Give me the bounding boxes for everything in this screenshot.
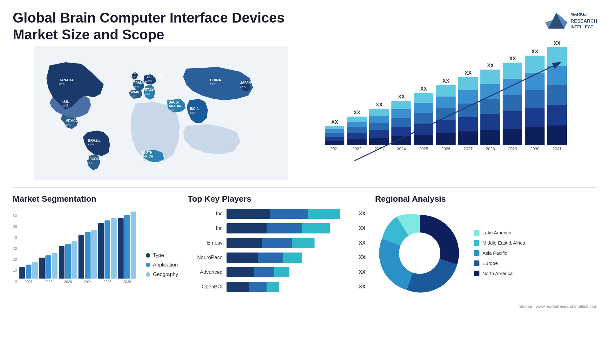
bar-chart-area: XX 2021 XX bbox=[322, 53, 591, 173]
player-name-4: Advanced bbox=[188, 269, 223, 275]
year-2024: 2024 bbox=[397, 146, 406, 151]
label-spain: SPAIN bbox=[130, 91, 139, 94]
year-2030: 2030 bbox=[530, 146, 539, 151]
bar-label-2031: XX bbox=[554, 41, 560, 46]
year-2023: 2023 bbox=[375, 146, 384, 151]
player-bar-2 bbox=[227, 238, 353, 248]
year-2025: 2025 bbox=[419, 146, 428, 151]
bar-2025: XX 2025 bbox=[414, 86, 433, 151]
label-canada: CANADA bbox=[58, 78, 74, 82]
label-mexico: MEXICO bbox=[65, 119, 78, 123]
segmentation-title: Market Segmentation bbox=[13, 194, 178, 204]
regional-panel: Regional Analysis Lat bbox=[375, 194, 597, 298]
legend-type: Type bbox=[146, 253, 178, 258]
seg-group-2023: 2023 bbox=[59, 209, 77, 284]
player-label-4: XX bbox=[359, 269, 365, 275]
legend-text-latin-america: Latin America bbox=[483, 230, 512, 235]
label-saudi-val: xx% bbox=[169, 109, 174, 112]
y-tick-50: 50 bbox=[13, 225, 17, 229]
label-germany-val: xx% bbox=[147, 79, 152, 83]
label-uk: U.K. bbox=[131, 71, 137, 75]
legend-europe: Europe bbox=[474, 260, 525, 266]
legend-north-america: North America bbox=[474, 271, 525, 276]
bar-label-2027: XX bbox=[465, 70, 471, 76]
bar-label-2028: XX bbox=[487, 63, 494, 69]
player-bars-list: Inc XX Inc bbox=[188, 209, 366, 292]
bar-label-2022: XX bbox=[354, 110, 360, 116]
growth-chart-container: XX 2021 XX bbox=[315, 46, 597, 181]
legend-dot-type bbox=[146, 253, 150, 258]
label-china-val: xx% bbox=[210, 82, 216, 86]
y-axis: 0 10 20 30 40 50 60 bbox=[13, 214, 17, 284]
divider-1 bbox=[13, 187, 597, 188]
bar-2028: XX 2028 bbox=[480, 63, 500, 151]
label-argentina-val: xx% bbox=[87, 161, 92, 165]
year-2022: 2022 bbox=[352, 146, 362, 151]
bar-2024: XX 2024 bbox=[391, 94, 411, 151]
legend-latin-america: Latin America bbox=[474, 230, 525, 236]
legend-geography: Geography bbox=[146, 272, 178, 277]
label-brazil-val: xx% bbox=[88, 143, 94, 146]
label-china: CHINA bbox=[210, 78, 221, 82]
label-sa-val: xx% bbox=[141, 159, 146, 162]
seg-chart: 0 10 20 30 40 50 60 2021 bbox=[13, 209, 136, 284]
header: Global Brain Computer Interface Devices … bbox=[0, 0, 610, 46]
player-name-2: Emotiv bbox=[188, 240, 223, 246]
label-sa: SOUTH bbox=[141, 151, 152, 154]
bottom-section: Market Segmentation 0 10 20 30 40 50 60 bbox=[0, 191, 610, 304]
seg-legend: Type Application Geography bbox=[143, 253, 178, 284]
label-uk-val: xx% bbox=[131, 76, 136, 79]
legend-text-asia-pacific: Asia Pacific bbox=[483, 250, 507, 256]
logo-text: MARKET RESEARCH INTELLECT bbox=[571, 11, 597, 30]
y-tick-40: 40 bbox=[13, 235, 17, 240]
seg-year-2023: 2023 bbox=[64, 280, 72, 284]
label-mexico-val: xx% bbox=[65, 123, 71, 126]
label-saudi2: ARABIA bbox=[169, 104, 181, 108]
year-2028: 2028 bbox=[486, 146, 495, 151]
bar-2027: XX 2027 bbox=[458, 70, 478, 151]
label-brazil: BRAZIL bbox=[88, 138, 101, 142]
top-section: CANADA xx% U.S. xx% MEXICO xx% BRAZIL xx… bbox=[0, 46, 610, 181]
label-italy-val: xx% bbox=[145, 92, 150, 95]
bar-2022: XX 2022 bbox=[347, 110, 367, 151]
player-bar-0 bbox=[227, 209, 353, 219]
label-italy: ITALY bbox=[145, 88, 154, 91]
legend-rect-asia-pacific bbox=[474, 250, 479, 256]
y-tick-20: 20 bbox=[13, 257, 17, 262]
player-row-3: NeuroPace XX bbox=[188, 253, 366, 263]
legend-rect-north-america bbox=[474, 271, 479, 276]
label-germany: GERMANY bbox=[147, 75, 163, 79]
y-tick-10: 10 bbox=[13, 268, 17, 273]
year-2029: 2029 bbox=[508, 146, 517, 151]
bar-2021: XX 2021 bbox=[325, 119, 344, 151]
year-2026: 2026 bbox=[441, 146, 451, 151]
label-saudi: SAUDI bbox=[169, 101, 179, 104]
label-us: U.S. bbox=[62, 100, 69, 104]
y-tick-30: 30 bbox=[13, 246, 17, 251]
legend-rect-latin-america bbox=[474, 230, 479, 236]
player-label-5: XX bbox=[359, 284, 365, 290]
bar-2023: XX 2023 bbox=[369, 102, 389, 151]
player-bar-5 bbox=[227, 282, 353, 292]
player-row-2: Emotiv XX bbox=[188, 238, 366, 248]
seg-year-2026: 2026 bbox=[123, 280, 131, 284]
player-bar-4 bbox=[227, 267, 353, 277]
legend-text-europe: Europe bbox=[483, 260, 498, 266]
bar-label-2029: XX bbox=[509, 56, 516, 62]
label-india-val: xx% bbox=[190, 111, 195, 114]
legend-label-application: Application bbox=[153, 262, 178, 268]
legend-rect-europe bbox=[474, 260, 479, 266]
player-name-1: Inc bbox=[188, 226, 223, 231]
bar-label-2025: XX bbox=[420, 86, 427, 92]
label-france: FRANCE bbox=[133, 81, 147, 84]
world-map-container: CANADA xx% U.S. xx% MEXICO xx% BRAZIL xx… bbox=[13, 46, 309, 181]
segmentation-panel: Market Segmentation 0 10 20 30 40 50 60 bbox=[13, 194, 178, 298]
label-us-val: xx% bbox=[62, 104, 68, 107]
seg-group-2026: 2026 bbox=[118, 209, 136, 284]
label-sa2: AFRICA bbox=[141, 155, 153, 158]
player-label-1: XX bbox=[359, 226, 365, 231]
y-tick-60: 60 bbox=[13, 214, 17, 218]
donut-hole bbox=[399, 233, 440, 274]
label-france-val: xx% bbox=[133, 85, 139, 88]
legend-text-middle-east: Middle East & Africa bbox=[483, 240, 525, 246]
